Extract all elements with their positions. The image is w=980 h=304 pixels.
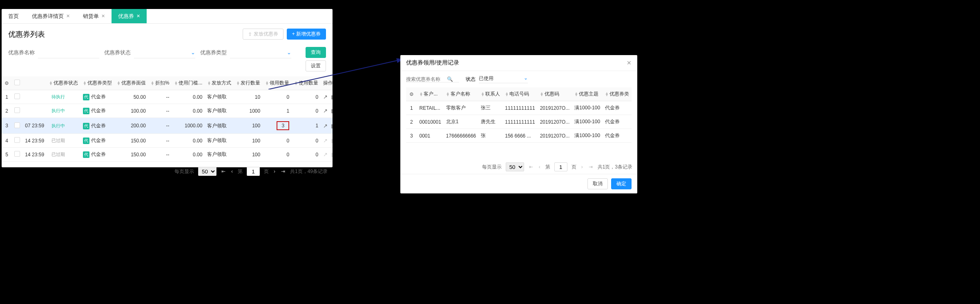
col-used[interactable]: ▲▼使用数量 <box>292 76 321 90</box>
gear-icon[interactable]: ⚙ <box>4 80 9 86</box>
col-type[interactable]: ▲▼优惠券类型 <box>80 76 114 90</box>
claimed-count[interactable]: 0 <box>263 134 292 148</box>
col-face[interactable]: ▲▼优惠券面值 <box>114 76 148 90</box>
table-row[interactable]: 2 执行中 代代金券 100.00 -- 0.00 客户领取 1000 1 0 … <box>2 104 333 118</box>
select-all-checkbox[interactable] <box>14 80 20 85</box>
table-row[interactable]: 1 待执行 代代金券 50.00 -- 0.00 客户领取 10 0 0 ↗ ▦ <box>2 90 333 104</box>
close-icon[interactable]: ✕ <box>627 60 632 66</box>
qrcode-icon[interactable]: ▦ <box>331 94 333 100</box>
first-page-button[interactable]: ⇤ <box>528 163 534 171</box>
col-status[interactable]: ▲▼优惠券状态 <box>47 76 80 90</box>
col-phone[interactable]: ▲▼电话号码 <box>502 87 537 101</box>
col-disc[interactable]: ▲▼折扣% <box>148 76 172 90</box>
row-checkbox[interactable] <box>14 137 20 143</box>
table-row[interactable]: 4 14 23:59 已过期 代代金券 150.00 -- 0.00 客户领取 … <box>2 134 333 148</box>
distribute-coupon-button[interactable]: ⇪发放优惠券 <box>243 29 284 40</box>
face-value: 150.00 <box>114 162 148 165</box>
row-number: 4 <box>2 134 12 148</box>
table-row[interactable]: 5 14 23:59 已过期 代代金券 150.00 -- 0.00 客户领取 … <box>2 148 333 162</box>
table-row[interactable]: 6 14 23:59 已终止 代代金券 150.00 -- 0.00 客户领取 … <box>2 162 333 165</box>
claimed-count[interactable]: 0 <box>263 148 292 162</box>
face-value: 200.00 <box>114 118 148 134</box>
qrcode-icon[interactable]: ▦ <box>331 138 333 144</box>
table-header-row: ⚙ ▲▼优惠券状态 ▲▼优惠券类型 ▲▼优惠券面值 ▲▼折扣% ▲▼使用门槛..… <box>2 76 333 90</box>
row-timestamp <box>22 90 47 104</box>
table-row[interactable]: 2 00010001 北京1 唐先生 11111111111 20191207O… <box>406 115 632 129</box>
col-method[interactable]: ▲▼发放方式 <box>205 76 234 90</box>
coupon-type: 代金券 <box>91 108 106 113</box>
row-checkbox[interactable] <box>14 93 20 99</box>
tab-sales[interactable]: 销货单✕ <box>76 9 112 23</box>
table-row[interactable]: 3 07 23:59 执行中 代代金券 200.00 -- 1000.00 客户… <box>2 118 333 134</box>
external-link-icon[interactable]: ↗ <box>323 94 328 100</box>
external-link-icon[interactable]: ↗ <box>323 151 328 158</box>
row-number: 5 <box>2 148 12 162</box>
table-row[interactable]: 3 0001 17666666666 张 156 6666 ... 201912… <box>406 129 632 143</box>
close-icon[interactable]: ✕ <box>136 13 140 19</box>
usage-modal: 优惠券领用/使用记录 ✕ 🔍 状态 已使用 ⌄ ⚙ ▲▼客户... ▲▼客户名称… <box>400 55 637 193</box>
page-prefix: 第 <box>545 164 550 171</box>
col-claimed[interactable]: ▲▼领用数量 <box>263 76 292 90</box>
page-input[interactable] <box>554 162 567 171</box>
modal-search-input[interactable] <box>406 76 447 82</box>
filter-status: 优惠券状态 ⌄ <box>104 47 195 58</box>
page-suffix: 页 <box>264 168 269 175</box>
settings-button[interactable]: 设置 <box>306 60 326 71</box>
table-row[interactable]: 1 RETAIL... 零散客户 张三 11111111111 20191207… <box>406 101 632 115</box>
qrcode-icon[interactable]: ▦ <box>331 108 333 114</box>
col-customer-code[interactable]: ▲▼客户... <box>417 87 443 101</box>
external-link-icon[interactable]: ↗ <box>323 108 328 114</box>
claimed-count-highlighted[interactable]: 3 <box>277 121 289 130</box>
first-page-button[interactable]: ⇤ <box>221 168 226 175</box>
coupon-type-select[interactable]: ⌄ <box>230 47 291 58</box>
external-link-icon[interactable]: ↗ <box>323 123 328 129</box>
row-checkbox[interactable] <box>14 151 20 157</box>
col-coupon-type[interactable]: ▲▼优惠券类 <box>603 87 632 101</box>
external-link-icon[interactable]: ↗ <box>323 138 328 144</box>
title-row: 优惠券列表 ⇪发放优惠券 + 新增优惠券 <box>2 24 333 44</box>
claimed-count[interactable]: 0 <box>263 90 292 104</box>
next-page-button[interactable]: › <box>580 163 584 171</box>
query-button[interactable]: 查询 <box>306 47 326 58</box>
col-actions: 操作 <box>321 76 333 90</box>
page-input[interactable] <box>247 167 260 176</box>
col-thresh[interactable]: ▲▼使用门槛... <box>172 76 205 90</box>
qrcode-icon[interactable]: ▦ <box>331 123 333 129</box>
coupon-name-input[interactable] <box>38 47 99 58</box>
row-number: 3 <box>2 118 12 134</box>
prev-page-button[interactable]: ‹ <box>538 163 541 171</box>
last-page-button[interactable]: ⇥ <box>588 163 594 171</box>
col-coupon-code[interactable]: ▲▼优惠码 <box>538 87 572 101</box>
claimed-count[interactable]: 3 <box>263 118 292 134</box>
customer-name: 零散客户 <box>444 101 478 115</box>
col-issued[interactable]: ▲▼发行数量 <box>234 76 263 90</box>
per-page-select[interactable]: 50 <box>198 167 217 176</box>
gear-icon[interactable]: ⚙ <box>409 91 414 97</box>
tab-coupon-detail[interactable]: 优惠券详情页✕ <box>25 9 76 23</box>
tab-home[interactable]: 首页 <box>2 9 25 23</box>
add-coupon-button[interactable]: + 新增优惠券 <box>287 29 326 40</box>
per-page-select[interactable]: 50 <box>506 162 524 171</box>
distribution-method: 客户领取 <box>205 162 234 165</box>
claimed-count[interactable]: 0 <box>263 162 292 165</box>
coupon-status-select[interactable]: ⌄ <box>134 47 195 58</box>
next-page-button[interactable]: › <box>273 168 276 175</box>
qrcode-icon[interactable]: ▦ <box>331 151 333 158</box>
close-icon[interactable]: ✕ <box>101 13 105 19</box>
col-topic[interactable]: ▲▼优惠主题 <box>572 87 603 101</box>
row-checkbox[interactable] <box>14 122 20 128</box>
last-page-button[interactable]: ⇥ <box>280 168 286 175</box>
state-select[interactable]: 已使用 ⌄ <box>479 75 528 83</box>
page-prefix: 第 <box>238 168 243 175</box>
cancel-button[interactable]: 取消 <box>587 178 608 189</box>
tab-coupon[interactable]: 优惠券✕ <box>112 9 147 23</box>
prev-page-button[interactable]: ‹ <box>230 168 234 175</box>
search-icon[interactable]: 🔍 <box>447 76 453 82</box>
col-customer-name[interactable]: ▲▼客户名称 <box>444 87 478 101</box>
ok-button[interactable]: 确定 <box>611 178 632 189</box>
close-icon[interactable]: ✕ <box>66 13 70 19</box>
row-checkbox[interactable] <box>14 107 20 113</box>
col-contact[interactable]: ▲▼联系人 <box>478 87 502 101</box>
claimed-count[interactable]: 1 <box>263 104 292 118</box>
threshold: 0.00 <box>172 104 205 118</box>
